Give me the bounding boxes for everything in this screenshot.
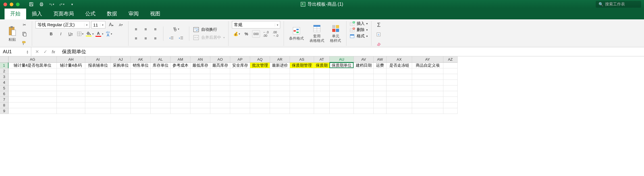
cell-AT4[interactable] bbox=[314, 80, 330, 85]
orientation-button[interactable]: ab▾ bbox=[167, 25, 185, 33]
cell-AJ6[interactable] bbox=[111, 91, 131, 97]
cell-AM5[interactable] bbox=[171, 85, 190, 91]
cell-AX8[interactable] bbox=[387, 103, 412, 108]
cell-AX1[interactable]: 是否走冻链 bbox=[387, 63, 412, 68]
row-header-2[interactable]: 2 bbox=[0, 68, 9, 74]
cell-AL4[interactable] bbox=[151, 80, 171, 85]
cell-AU9[interactable] bbox=[330, 108, 354, 114]
cell-AJ9[interactable] bbox=[111, 108, 131, 114]
cell-AG6[interactable] bbox=[9, 91, 57, 97]
save-icon[interactable] bbox=[29, 2, 34, 7]
select-all-corner[interactable] bbox=[0, 56, 9, 63]
column-header-AQ[interactable]: AQ bbox=[250, 56, 270, 63]
decrease-font-button[interactable]: A▾ bbox=[117, 21, 125, 28]
cell-AN1[interactable]: 最低库存 bbox=[190, 63, 210, 68]
cell-AI4[interactable] bbox=[85, 80, 111, 85]
font-size-input[interactable] bbox=[92, 21, 100, 28]
fill-button[interactable] bbox=[375, 31, 383, 38]
cell-AU7[interactable] bbox=[330, 97, 354, 103]
cell-AJ2[interactable] bbox=[111, 68, 131, 74]
cell-AU1[interactable]: 保质期单位 bbox=[330, 63, 354, 68]
cell-AM3[interactable] bbox=[171, 74, 190, 80]
enter-formula-button[interactable]: ✓ bbox=[43, 49, 47, 54]
increase-indent-button[interactable] bbox=[177, 34, 185, 42]
cell-AT9[interactable] bbox=[314, 108, 330, 114]
cell-AQ6[interactable] bbox=[250, 91, 270, 97]
cell-AI9[interactable] bbox=[85, 108, 111, 114]
merge-center-button[interactable]: 合并后居中 ▾ bbox=[193, 35, 225, 40]
column-header-AJ[interactable]: AJ bbox=[111, 56, 131, 63]
cell-AS1[interactable]: 保质期管理 bbox=[290, 63, 314, 68]
cell-AK5[interactable] bbox=[131, 85, 151, 91]
column-header-AW[interactable]: AW bbox=[374, 56, 387, 63]
cell-AX6[interactable] bbox=[387, 91, 412, 97]
cell-AG1[interactable]: 辅计量4是否包装单位 bbox=[9, 63, 57, 68]
cell-AP7[interactable] bbox=[230, 97, 250, 103]
cell-AQ4[interactable] bbox=[250, 80, 270, 85]
cell-AO8[interactable] bbox=[210, 103, 230, 108]
cell-AW4[interactable] bbox=[374, 80, 387, 85]
align-top-button[interactable]: ≡ bbox=[132, 25, 140, 33]
cell-AR6[interactable] bbox=[270, 91, 290, 97]
cell-AT7[interactable] bbox=[314, 97, 330, 103]
cell-AS3[interactable] bbox=[290, 74, 314, 80]
cell-AT1[interactable]: 保质期 bbox=[314, 63, 330, 68]
delete-cells-button[interactable]: 删除▾ bbox=[350, 27, 368, 32]
cancel-formula-button[interactable]: ✕ bbox=[35, 49, 39, 54]
align-bottom-button[interactable]: ≡ bbox=[151, 25, 159, 33]
tab-insert[interactable]: 插入 bbox=[26, 8, 48, 19]
cell-AM4[interactable] bbox=[171, 80, 190, 85]
cell-AO3[interactable] bbox=[210, 74, 230, 80]
cell-AJ1[interactable]: 采购单位 bbox=[111, 63, 131, 68]
cell-AG8[interactable] bbox=[9, 103, 57, 108]
cell-AT8[interactable] bbox=[314, 103, 330, 108]
cell-AM6[interactable] bbox=[171, 91, 190, 97]
decrease-decimal-button[interactable]: .00→.0 bbox=[271, 30, 279, 38]
cell-styles-button[interactable]: 单元 格样式 bbox=[328, 23, 343, 44]
cell-AM1[interactable]: 参考成本 bbox=[171, 63, 190, 68]
align-right-button[interactable]: ≡ bbox=[151, 34, 159, 42]
cell-AN7[interactable] bbox=[190, 97, 210, 103]
cell-AR8[interactable] bbox=[270, 103, 290, 108]
cell-AJ7[interactable] bbox=[111, 97, 131, 103]
column-header-AV[interactable]: AV bbox=[354, 56, 374, 63]
cell-AV1[interactable]: 建档日期 bbox=[354, 63, 374, 68]
number-format-combo[interactable]: ▾ bbox=[232, 21, 280, 28]
qat-customize-icon[interactable]: ▾ bbox=[70, 2, 75, 7]
cell-AQ1[interactable]: 批次管理 bbox=[250, 63, 270, 68]
cell-AW2[interactable] bbox=[374, 68, 387, 74]
cell-AI8[interactable] bbox=[85, 103, 111, 108]
cell-AQ8[interactable] bbox=[250, 103, 270, 108]
cell-AI5[interactable] bbox=[85, 85, 111, 91]
cell-AL2[interactable] bbox=[151, 68, 171, 74]
font-name-combo[interactable]: ▾ bbox=[36, 21, 90, 28]
cell-AK1[interactable]: 销售单位 bbox=[131, 63, 151, 68]
decrease-indent-button[interactable] bbox=[167, 34, 175, 42]
row-header-3[interactable]: 3 bbox=[0, 74, 9, 80]
row-header-4[interactable]: 4 bbox=[0, 80, 9, 85]
cell-AR1[interactable]: 最新进价 bbox=[270, 63, 290, 68]
cell-AY3[interactable] bbox=[412, 74, 443, 80]
cell-AG5[interactable] bbox=[9, 85, 57, 91]
cell-AP2[interactable] bbox=[230, 68, 250, 74]
cell-AN6[interactable] bbox=[190, 91, 210, 97]
font-size-combo[interactable]: ▾ bbox=[91, 21, 105, 28]
increase-decimal-button[interactable]: ←.0.00 bbox=[262, 30, 270, 38]
cell-AP6[interactable] bbox=[230, 91, 250, 97]
cell-AV3[interactable] bbox=[354, 74, 374, 80]
cell-AR7[interactable] bbox=[270, 97, 290, 103]
cell-AI1[interactable]: 报表辅单位 bbox=[85, 63, 111, 68]
cell-AI6[interactable] bbox=[85, 91, 111, 97]
cell-AW1[interactable]: 运费 bbox=[374, 63, 387, 68]
cell-AW3[interactable] bbox=[374, 74, 387, 80]
cell-AN5[interactable] bbox=[190, 85, 210, 91]
phonetic-button[interactable]: abcA▾ bbox=[105, 30, 113, 38]
undo-icon[interactable]: ▾ bbox=[49, 2, 54, 7]
cell-AW6[interactable] bbox=[374, 91, 387, 97]
cell-AH3[interactable] bbox=[57, 74, 85, 80]
redo-icon[interactable]: ▾ bbox=[59, 2, 65, 7]
row-header-5[interactable]: 5 bbox=[0, 85, 9, 91]
cell-AZ9[interactable] bbox=[443, 108, 458, 114]
column-header-AN[interactable]: AN bbox=[190, 56, 210, 63]
copy-button[interactable] bbox=[20, 30, 28, 38]
